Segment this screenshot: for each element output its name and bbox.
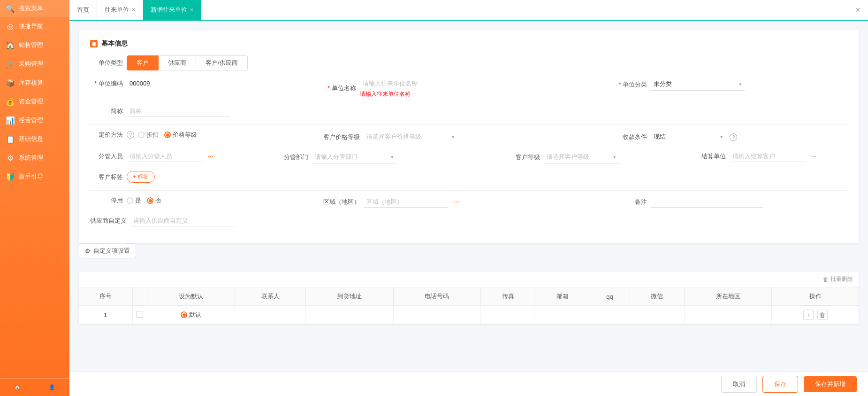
unit-code-input[interactable]: [127, 78, 230, 89]
basic-info-card: ▣ 基本信息 单位类型 客户 供应商 客户/供应商 单位编码: [79, 30, 859, 243]
pricing-group: 定价方法 ? 折扣 价格等级: [90, 131, 323, 139]
dept-group: 分管部门 请输入分管部门 ▾: [275, 151, 507, 163]
settlement-group: 结算单位 ···: [693, 151, 847, 162]
default-radio-item[interactable]: 默认: [181, 311, 201, 319]
unit-code-label: 单位编码: [90, 79, 123, 88]
manager-group: 分管人员 ···: [90, 151, 275, 162]
tab-home[interactable]: 首页: [69, 0, 97, 20]
bottom-bar: 取消 保存 保存并新增: [69, 372, 868, 396]
abbreviation-label: 简称: [90, 107, 123, 116]
region-input[interactable]: [364, 196, 448, 208]
th-qq: qq: [590, 287, 630, 306]
pricing-option-level[interactable]: 价格等级: [164, 131, 197, 139]
supplier-custom-input[interactable]: [130, 215, 234, 226]
table-header-row: 序号 设为默认 联系人 到货地址 电话号码 传真 邮箱 qq 微信 所在地区 操…: [79, 287, 859, 306]
settlement-more-btn[interactable]: ···: [808, 152, 818, 161]
manager-more-btn[interactable]: ···: [206, 152, 215, 161]
customer-price-select[interactable]: 请选择客户价格等级 ▾: [364, 131, 457, 143]
row-add-button[interactable]: +: [803, 310, 814, 320]
sidebar-item-purchase[interactable]: 🛒 采购管理: [0, 54, 69, 73]
unit-type-supplier[interactable]: 供应商: [159, 55, 196, 70]
remark-input[interactable]: [651, 196, 763, 208]
disabled-label: 停用: [90, 196, 123, 205]
sidebar-item-finance[interactable]: 💰 资金管理: [0, 92, 69, 111]
sidebar-item-sales[interactable]: 🏠 销售管理: [0, 36, 69, 54]
save-and-new-button[interactable]: 保存并新增: [804, 376, 857, 392]
manager-input[interactable]: [127, 151, 202, 162]
region-more-btn[interactable]: ···: [452, 198, 462, 206]
unit-type-buttons: 客户 供应商 客户/供应商: [127, 55, 248, 70]
customer-price-label: 客户价格等级: [323, 133, 360, 141]
cell-region: [684, 306, 771, 324]
unit-category-group: 单位分类 未分类 ▾: [614, 78, 847, 91]
sidebar-item-label: 资金管理: [19, 97, 43, 106]
window-close-button[interactable]: ×: [848, 5, 868, 15]
cell-checkbox[interactable]: [133, 306, 147, 324]
unit-name-label: 单位名称: [323, 84, 356, 93]
tabbar: 首页 往来单位 × 新增往来单位 × ×: [69, 0, 868, 21]
tab-partners-close[interactable]: ×: [132, 7, 135, 13]
payment-terms-help-icon[interactable]: ?: [730, 133, 737, 141]
abbreviation-group: 简称: [90, 106, 847, 117]
unit-type-both[interactable]: 客户/供应商: [196, 55, 248, 70]
tab-new-partner-label: 新增往来单位: [151, 6, 187, 14]
tab-new-partner-close[interactable]: ×: [190, 7, 193, 13]
payment-terms-select[interactable]: 现结 ▾: [651, 131, 726, 143]
unit-name-input[interactable]: [360, 78, 491, 89]
basic-icon: 📋: [6, 134, 15, 144]
tab-new-partner[interactable]: 新增往来单位 ×: [143, 0, 201, 20]
disabled-no[interactable]: 否: [147, 196, 161, 205]
disabled-no-dot: [149, 199, 152, 202]
sidebar-item-inventory[interactable]: 📦 库存核算: [0, 73, 69, 92]
cancel-button[interactable]: 取消: [721, 376, 757, 393]
disabled-radio-yes: [127, 197, 133, 204]
sidebar-item-basic[interactable]: 📋 基础信息: [0, 130, 69, 148]
sidebar-bottom: 🏠 👤: [0, 378, 69, 396]
default-radio-label: 默认: [189, 311, 201, 319]
pricing-radio-discount: [138, 132, 145, 138]
tag-group: 客户标签 + 标签: [90, 171, 847, 183]
th-seq: 序号: [79, 287, 133, 306]
sidebar-item-guide[interactable]: 🔰 新手引导: [0, 167, 69, 186]
sales-icon: 🏠: [6, 40, 15, 50]
tag-add-button[interactable]: + 标签: [127, 171, 155, 183]
sidebar-item-system[interactable]: ⚙ 系统管理: [0, 148, 69, 167]
sidebar-item-operations[interactable]: 📊 经营管理: [0, 111, 69, 130]
sidebar-item-label: 经营管理: [19, 116, 43, 124]
row-delete-button[interactable]: 🗑: [817, 310, 828, 320]
customer-level-select[interactable]: 请选择客户等级 ▾: [544, 151, 619, 163]
settlement-input[interactable]: [730, 151, 805, 162]
th-contact: 联系人: [235, 287, 305, 306]
pricing-help-icon[interactable]: ?: [127, 131, 134, 139]
disabled-yes[interactable]: 是: [127, 196, 141, 205]
supplier-custom-group: 供应商自定义: [90, 215, 847, 226]
disabled-radio-no: [147, 197, 153, 204]
th-wechat: 微信: [630, 287, 684, 306]
tag-label: 客户标签: [90, 173, 123, 181]
save-button[interactable]: 保存: [762, 376, 798, 393]
cell-fax: [481, 306, 535, 324]
unit-category-label: 单位分类: [614, 80, 647, 89]
tag-row: 客户标签 + 标签: [90, 171, 847, 183]
tab-partners[interactable]: 往来单位 ×: [97, 0, 143, 20]
row-checkbox[interactable]: [137, 311, 143, 318]
custom-settings-button[interactable]: ⚙ 自定义项设置: [79, 243, 136, 258]
unit-type-customer[interactable]: 客户: [127, 55, 159, 70]
sidebar-item-search[interactable]: 🔍 搜索菜单: [0, 0, 69, 17]
batch-delete-button[interactable]: 🗑 批量删除: [823, 275, 853, 283]
contacts-table: 序号 设为默认 联系人 到货地址 电话号码 传真 邮箱 qq 微信 所在地区 操…: [79, 287, 859, 324]
sidebar-user-btn[interactable]: 👤: [35, 382, 69, 392]
unit-category-select[interactable]: 未分类 ▾: [651, 78, 745, 91]
pricing-option-discount[interactable]: 折扣: [138, 131, 159, 139]
customer-price-placeholder: 请选择客户价格等级: [366, 132, 450, 141]
sidebar-item-quick-nav[interactable]: ◎ 快捷导航: [0, 17, 69, 36]
pricing-level-label: 价格等级: [173, 131, 197, 139]
guide-icon: 🔰: [6, 172, 15, 181]
gear-icon: ⚙: [85, 248, 91, 255]
abbreviation-input[interactable]: [127, 106, 230, 117]
supplier-custom-label: 供应商自定义: [90, 217, 127, 225]
unit-type-row: 单位类型 客户 供应商 客户/供应商: [90, 55, 847, 70]
dept-select[interactable]: 请输入分管部门 ▾: [312, 151, 396, 163]
sidebar-home-btn[interactable]: 🏠: [0, 382, 35, 392]
settlement-label: 结算单位: [693, 152, 726, 161]
